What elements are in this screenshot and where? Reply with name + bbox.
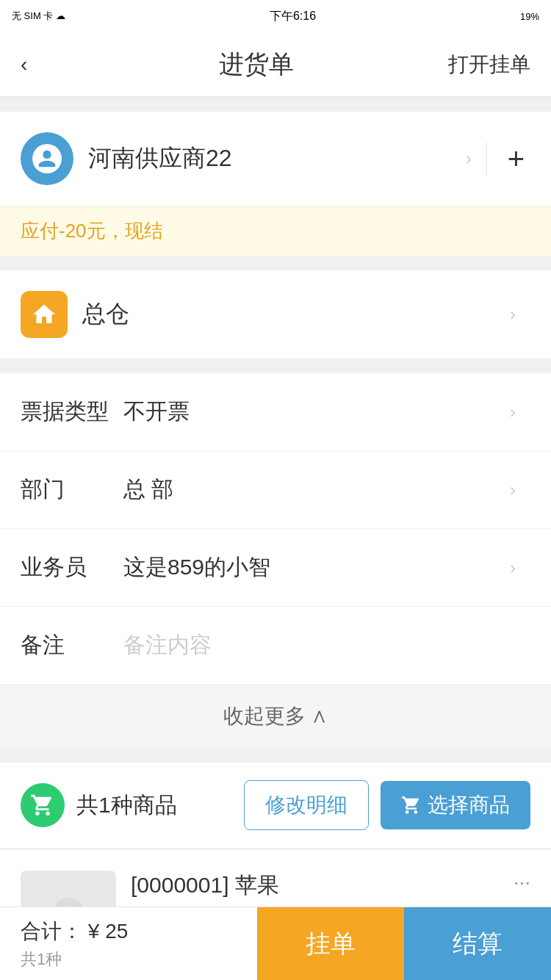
bottom-bar: 合计： ¥ 25 共1种 挂单 结算 bbox=[0, 907, 551, 980]
warehouse-card[interactable]: 总仓 › bbox=[0, 270, 551, 359]
section-gap-1 bbox=[0, 97, 551, 112]
warehouse-row[interactable]: 总仓 › bbox=[0, 270, 551, 359]
remark-label: 备注 bbox=[21, 630, 123, 660]
dept-value: 总 部 bbox=[123, 475, 510, 505]
section-gap-2 bbox=[0, 256, 551, 270]
products-header: 共1种商品 修改明细 选择商品 bbox=[0, 763, 551, 848]
sales-value: 这是859的小智 bbox=[123, 552, 510, 583]
product-name: [0000001] 苹果 bbox=[131, 871, 486, 901]
warehouse-name: 总仓 bbox=[82, 298, 510, 331]
status-bar: 无 SIM 卡 ☁ 下午6:16 19% bbox=[0, 0, 551, 32]
total-amount: ¥ 25 bbox=[88, 920, 129, 943]
sales-chevron-icon: › bbox=[510, 558, 516, 578]
avatar-icon bbox=[32, 144, 62, 173]
section-gap-3 bbox=[0, 359, 551, 373]
nav-bar: ‹ 进货单 打开挂单 bbox=[0, 32, 551, 97]
remark-input[interactable]: 备注内容 bbox=[123, 630, 530, 660]
total-section: 合计： ¥ 25 共1种 bbox=[0, 907, 257, 980]
supplier-card: 河南供应商22 › + 应付-20元，现结 bbox=[0, 112, 551, 256]
select-product-button[interactable]: 选择商品 bbox=[381, 781, 530, 829]
status-time: 下午6:16 bbox=[270, 9, 316, 24]
dept-chevron-icon: › bbox=[510, 480, 516, 500]
supplier-name: 河南供应商22 bbox=[88, 143, 466, 175]
page-title: 进货单 bbox=[219, 48, 294, 82]
dept-label: 部门 bbox=[21, 475, 123, 505]
total-count: 共1种 bbox=[21, 948, 237, 970]
chevron-right-icon: › bbox=[466, 148, 472, 169]
open-hang-button[interactable]: 打开挂单 bbox=[448, 51, 530, 79]
status-left: 无 SIM 卡 ☁ bbox=[12, 10, 65, 23]
product-count-icon bbox=[21, 783, 65, 827]
edit-detail-button[interactable]: 修改明细 bbox=[244, 780, 369, 830]
separator-1 bbox=[0, 848, 551, 849]
invoice-chevron-icon: › bbox=[510, 402, 516, 422]
add-supplier-button[interactable]: + bbox=[486, 143, 530, 176]
product-count-text: 共1种商品 bbox=[76, 790, 244, 821]
dept-row[interactable]: 部门 总 部 › bbox=[0, 451, 551, 529]
supplier-avatar bbox=[21, 132, 73, 185]
form-card: 票据类型 不开票 › 部门 总 部 › 业务员 这是859的小智 › 备注 备注… bbox=[0, 373, 551, 685]
total-label: 合计： bbox=[21, 920, 82, 943]
hang-button[interactable]: 挂单 bbox=[257, 907, 404, 980]
invoice-value: 不开票 bbox=[123, 397, 510, 427]
remark-row[interactable]: 备注 备注内容 bbox=[0, 607, 551, 685]
product-more-button[interactable]: ··· bbox=[486, 871, 530, 894]
checkout-button[interactable]: 结算 bbox=[404, 907, 551, 980]
supplier-row[interactable]: 河南供应商22 › + bbox=[0, 112, 551, 206]
section-gap-4 bbox=[0, 748, 551, 763]
total-row: 合计： ¥ 25 bbox=[21, 918, 237, 945]
select-product-label: 选择商品 bbox=[428, 791, 510, 819]
notice-bar: 应付-20元，现结 bbox=[0, 206, 551, 256]
sales-row[interactable]: 业务员 这是859的小智 › bbox=[0, 529, 551, 607]
sales-label: 业务员 bbox=[21, 552, 123, 583]
product-title: 苹果 bbox=[235, 873, 279, 897]
back-button[interactable]: ‹ bbox=[21, 53, 65, 76]
warehouse-icon bbox=[21, 291, 68, 338]
invoice-label: 票据类型 bbox=[21, 397, 123, 427]
select-product-icon bbox=[401, 795, 422, 815]
warehouse-chevron-icon: › bbox=[510, 304, 516, 325]
battery-icon: 19% bbox=[520, 11, 539, 22]
product-code: [0000001] bbox=[131, 873, 228, 897]
invoice-row[interactable]: 票据类型 不开票 › bbox=[0, 373, 551, 451]
collapse-button[interactable]: 收起更多 ∧ bbox=[0, 685, 551, 748]
status-right: 19% bbox=[520, 11, 539, 22]
